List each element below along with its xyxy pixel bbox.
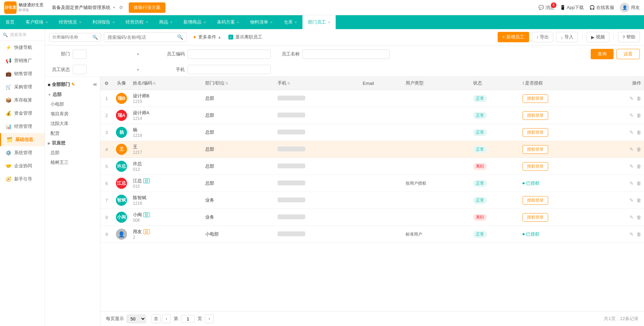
emp-code-input[interactable] — [188, 50, 271, 59]
edit-icon[interactable]: ✎ — [629, 96, 634, 101]
auth-button[interactable]: 授权登录 — [523, 196, 548, 205]
employee-search-icon[interactable]: 🔍 — [177, 34, 183, 40]
video-button[interactable]: ▶ 视频 — [587, 32, 609, 42]
edit-icon[interactable]: ✎ — [629, 147, 634, 152]
first-page-button[interactable]: 首 — [152, 314, 161, 323]
per-page-select[interactable]: 50 100 — [127, 315, 146, 323]
sidebar-item-sales[interactable]: 💼 销售管理 — [0, 67, 45, 80]
auth-button[interactable]: 授权登录 — [523, 111, 548, 120]
close-icon[interactable]: × — [79, 20, 81, 24]
system-title-dropdown-icon[interactable]: ▾ — [113, 6, 115, 9]
close-icon[interactable]: × — [295, 20, 297, 24]
dept-tree-item-xiaodian[interactable]: 小电部 — [45, 99, 100, 109]
sidebar-search[interactable]: 🔍 搜索菜单 — [0, 29, 45, 41]
delete-icon[interactable]: 🗑 — [636, 214, 641, 220]
sidebar-item-basic-info[interactable]: 🗂️ 基础信息 — [0, 133, 45, 146]
add-employee-button[interactable]: + 新增员工 — [498, 32, 529, 42]
nav-item-add-goods[interactable]: 新增商品× — [178, 15, 211, 29]
dept-search-input[interactable] — [52, 35, 91, 39]
delete-icon[interactable]: 🗑 — [636, 180, 641, 186]
th-settings[interactable]: ⚙ — [100, 77, 113, 90]
settings-button[interactable]: 设置 — [616, 49, 640, 59]
auth-button[interactable]: 授权登录 — [523, 213, 548, 222]
emp-status-select[interactable] — [73, 65, 87, 74]
sidebar-item-inventory[interactable]: 📦 库存核算 — [0, 94, 45, 107]
message-button[interactable]: 💬 消息 6 — [538, 5, 554, 11]
more-conditions-button[interactable]: ▼ 更多条件 ▲ — [190, 32, 224, 42]
gear-icon[interactable]: ⚙ — [119, 5, 123, 10]
nav-item-home[interactable]: 首页 — [0, 15, 20, 29]
auth-button[interactable]: 授权登录 — [523, 94, 548, 103]
close-icon[interactable]: × — [146, 20, 148, 24]
edit-icon[interactable]: ✎ — [629, 214, 634, 220]
dept-tree-item-zongbu2[interactable]: 总部 — [45, 148, 100, 158]
export-button[interactable]: ↑ 导出 — [532, 32, 554, 42]
dept-tree-item-zhishu[interactable]: 植树王三 — [45, 158, 100, 167]
dept-tree-group-shuangzuo[interactable]: ▶ 双座想 — [45, 138, 100, 148]
delete-icon[interactable]: 🗑 — [636, 113, 641, 118]
close-icon[interactable]: × — [328, 20, 330, 24]
dept-edit-icon[interactable]: ✎ — [71, 82, 75, 87]
delete-icon[interactable]: 🗑 — [636, 96, 641, 101]
sidebar-item-quick-nav[interactable]: ⚡ 快捷导航 — [0, 41, 45, 54]
query-button[interactable]: 查询 — [591, 49, 614, 59]
help-button[interactable]: ? 帮助 — [618, 32, 640, 42]
sidebar-item-marketing[interactable]: 📢 营销推广 — [0, 54, 45, 67]
edit-icon[interactable]: ✎ — [629, 197, 634, 203]
sidebar-item-system[interactable]: ⚙️ 系统管理 — [0, 146, 45, 159]
auth-button[interactable]: 授权登录 — [523, 128, 548, 137]
dept-tree-item-project[interactable]: 项目库房 — [45, 109, 100, 119]
sidebar-item-finance[interactable]: 💰 资金管理 — [0, 107, 45, 120]
dept-collapse-icon[interactable]: ≪ — [93, 82, 97, 87]
page-input[interactable] — [181, 315, 195, 323]
dept-filter-select[interactable] — [73, 50, 87, 59]
th-name[interactable]: 姓名/编码⇅ — [130, 77, 202, 90]
edit-icon[interactable]: ✎ — [629, 130, 634, 135]
online-service-button[interactable]: 🎧 在线客服 — [589, 5, 614, 11]
sidebar-item-purchase[interactable]: 🛒 采购管理 — [0, 80, 45, 94]
trial-button[interactable]: 体验行业方案 — [129, 2, 165, 13]
close-icon[interactable]: × — [170, 20, 172, 24]
nav-item-history[interactable]: 经营历程× — [120, 15, 153, 29]
user-button[interactable]: 👤 用友 — [620, 3, 640, 12]
nav-item-warehouse[interactable]: 仓库× — [278, 15, 302, 29]
nav-item-barcode[interactable]: 条码方案× — [211, 15, 245, 29]
delete-icon[interactable]: 🗑 — [636, 130, 641, 135]
sidebar-item-collab[interactable]: 🤝 企业协同 — [0, 159, 45, 173]
prev-page-button[interactable]: ‹ — [162, 314, 171, 323]
delete-icon[interactable]: 🗑 — [636, 147, 641, 152]
auth-button[interactable]: 授权登录 — [523, 145, 548, 154]
delete-icon[interactable]: 🗑 — [636, 197, 641, 203]
close-icon[interactable]: × — [270, 20, 272, 24]
nav-item-bom[interactable]: 物料清单× — [245, 15, 278, 29]
th-phone[interactable]: 手机⇅ — [275, 77, 360, 90]
dept-tree-group-zongbu[interactable]: ▼ 总部 — [45, 90, 100, 99]
dept-tree-item-shenyang[interactable]: 沈阳大库 — [45, 119, 100, 129]
edit-icon[interactable]: ✎ — [629, 180, 634, 186]
sidebar-item-guide[interactable]: 🧭 新手引导 — [0, 173, 45, 186]
nav-item-operation[interactable]: 经营情况× — [53, 15, 87, 29]
nav-item-dept-staff[interactable]: 部门员工× — [302, 15, 336, 29]
edit-icon[interactable]: ✎ — [629, 231, 634, 237]
emp-name-input[interactable] — [302, 50, 390, 59]
show-archive-toggle[interactable]: ✓ 显示离职员工 — [228, 34, 262, 40]
nav-item-profit[interactable]: 利润报告× — [87, 15, 120, 29]
edit-icon[interactable]: ✎ — [629, 113, 634, 118]
sidebar-item-operations[interactable]: 📊 经营管理 — [0, 120, 45, 133]
close-icon[interactable]: × — [203, 20, 206, 24]
close-icon[interactable]: × — [112, 20, 115, 24]
app-download-button[interactable]: 📱 App下载 — [560, 5, 584, 11]
close-icon[interactable]: × — [237, 20, 239, 24]
delete-icon[interactable]: 🗑 — [636, 231, 641, 237]
nav-item-goods[interactable]: 商品× — [154, 15, 178, 29]
employee-search-input[interactable] — [108, 35, 175, 40]
th-dept[interactable]: 部门/职位⇅ — [202, 77, 275, 90]
dept-tree-item-peihuo[interactable]: 配货 — [45, 129, 100, 138]
dept-search-box[interactable]: 🔍 — [49, 33, 101, 42]
delete-icon[interactable]: 🗑 — [636, 164, 641, 169]
close-icon[interactable]: × — [46, 20, 48, 24]
import-button[interactable]: ↓ 导入 — [556, 32, 578, 42]
next-page-button[interactable]: › — [205, 314, 214, 323]
nav-item-customer[interactable]: 客户联络× — [20, 15, 53, 29]
edit-icon[interactable]: ✎ — [629, 164, 634, 169]
